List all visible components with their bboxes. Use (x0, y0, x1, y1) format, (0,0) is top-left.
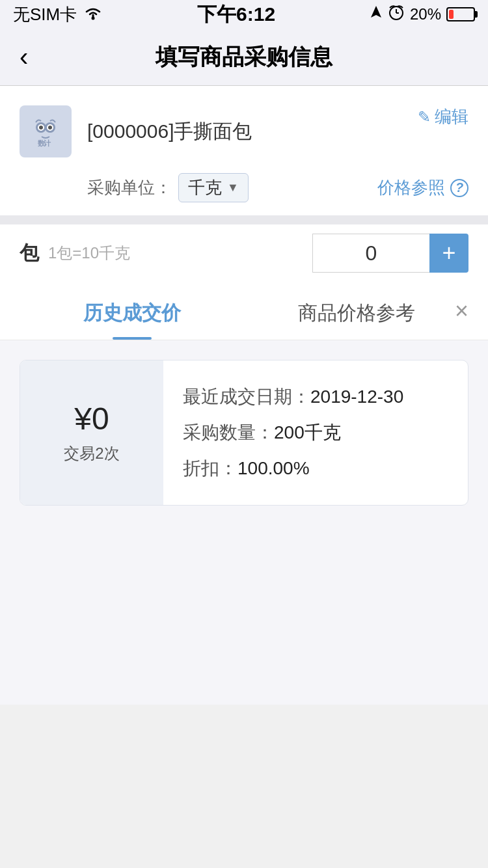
recent-date-label: 最近成交日期： (183, 387, 310, 407)
quantity-row: 包 1包=10千克 + (0, 224, 488, 282)
purchase-qty-value: 200千克 (274, 422, 341, 442)
location-icon (370, 5, 383, 24)
svg-point-9 (39, 126, 43, 129)
tabs-container: 历史成交价 商品价格参考 × (0, 282, 488, 340)
edit-icon: ✎ (418, 108, 431, 126)
svg-point-0 (92, 16, 95, 20)
info-icon: ? (450, 179, 468, 197)
product-left: 数计 [0000006]手撕面包 (20, 105, 252, 157)
quantity-plus-button[interactable]: + (429, 234, 468, 273)
status-right: 20% (370, 4, 475, 25)
back-button[interactable]: ‹ (20, 42, 28, 72)
history-price-value: ¥0 (74, 401, 109, 437)
carrier-text: 无SIM卡 (13, 3, 77, 26)
close-button[interactable]: × (455, 297, 468, 325)
edit-button[interactable]: ✎ 编辑 (418, 105, 468, 128)
history-price-section: ¥0 交易2次 (20, 360, 163, 505)
discount-value: 100.00% (237, 458, 310, 478)
tab-underline (113, 337, 152, 340)
page-title: 填写商品采购信息 (156, 42, 332, 72)
unit-conversion: 1包=10千克 (48, 243, 130, 264)
status-bar: 无SIM卡 下午6:12 20% (0, 0, 488, 29)
svg-point-10 (48, 126, 52, 129)
wifi-icon (83, 5, 103, 25)
unit-dropdown[interactable]: 千克 ▼ (178, 173, 249, 202)
price-ref-button[interactable]: 价格参照 ? (377, 176, 468, 199)
time-display: 下午6:12 (197, 1, 275, 28)
dropdown-arrow-icon: ▼ (227, 181, 239, 195)
purchase-qty-label: 采购数量： (183, 422, 274, 442)
quantity-label: 包 1包=10千克 (20, 240, 130, 267)
unit-label: 采购单位： 千克 ▼ (87, 173, 249, 202)
content-area: ¥0 交易2次 最近成交日期：2019-12-30 采购数量：200千克 折扣：… (0, 340, 488, 705)
nav-bar: ‹ 填写商品采购信息 (0, 29, 488, 86)
tab-price-reference[interactable]: 商品价格参考 (244, 282, 468, 340)
recent-date-value: 2019-12-30 (310, 387, 403, 407)
product-card: 数计 [0000006]手撕面包 ✎ 编辑 采购单位： 千克 ▼ 价格参照 ? (0, 86, 488, 215)
svg-text:数计: 数计 (37, 139, 51, 147)
quantity-controls: + (312, 234, 468, 273)
tab-history-price[interactable]: 历史成交价 (20, 282, 244, 340)
battery-percent: 20% (410, 5, 441, 23)
product-thumbnail: 数计 (20, 105, 72, 157)
history-trades-count: 交易2次 (64, 443, 119, 464)
unit-pkg: 包 (20, 240, 39, 267)
history-details-section: 最近成交日期：2019-12-30 采购数量：200千克 折扣：100.00% (163, 360, 468, 505)
battery-icon (446, 7, 475, 21)
product-name: [0000006]手撕面包 (87, 118, 252, 145)
quantity-input[interactable] (312, 234, 429, 273)
product-logo-icon: 数计 (26, 109, 65, 154)
product-header: 数计 [0000006]手撕面包 ✎ 编辑 (20, 105, 468, 157)
alarm-icon (388, 4, 405, 25)
history-card: ¥0 交易2次 最近成交日期：2019-12-30 采购数量：200千克 折扣：… (20, 360, 468, 506)
unit-row: 采购单位： 千克 ▼ 价格参照 ? (87, 173, 468, 202)
discount-row: 折扣：100.00% (183, 455, 448, 481)
discount-label: 折扣： (183, 458, 237, 478)
purchase-qty-row: 采购数量：200千克 (183, 420, 448, 445)
recent-date-row: 最近成交日期：2019-12-30 (183, 384, 448, 409)
section-divider (0, 215, 488, 224)
status-left: 无SIM卡 (13, 3, 103, 26)
